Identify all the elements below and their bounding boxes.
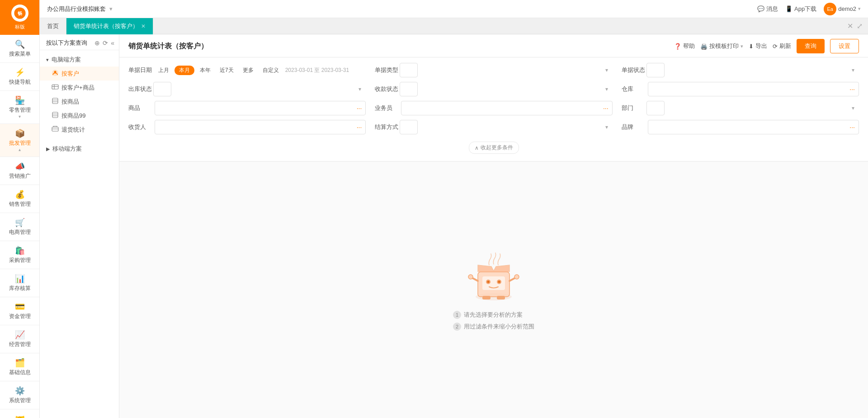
app-download-button[interactable]: 📱 App下载 [785, 5, 816, 13]
status-select[interactable] [646, 63, 665, 77]
logo-area: 畅 标版 [0, 0, 39, 35]
receipt-status-select[interactable] [400, 82, 418, 96]
sidebar-item-enterprise[interactable]: 🤝 企业协同 [0, 409, 39, 418]
wholesale-arrow-icon: ▴ [19, 147, 21, 152]
window-maximize-icon[interactable]: ⤢ [857, 22, 863, 30]
message-button[interactable]: 💬 消息 [757, 5, 778, 13]
salesperson-input[interactable] [401, 105, 599, 112]
out-status-label: 出库状态 [128, 85, 153, 93]
sub-sidebar-actions: ⊕ ⟳ « [94, 39, 114, 47]
sidebar-item-shortcut[interactable]: ⚡ 快捷导航 [0, 63, 39, 91]
scheme-item-return-stats[interactable]: 退货统计 [40, 123, 119, 137]
svg-point-22 [498, 280, 500, 283]
query-button[interactable]: 查询 [797, 39, 825, 53]
salesperson-field: 业务员 ··· [375, 101, 612, 115]
scheme-item-by-goods-99[interactable]: 按商品99 [40, 109, 119, 123]
svg-point-20 [487, 280, 490, 283]
refresh-scheme-icon[interactable]: ⟳ [103, 39, 108, 47]
type-select[interactable] [400, 63, 418, 77]
salesperson-input-wrap: ··· [401, 101, 612, 115]
sidebar-item-operations[interactable]: 📈 经营管理 [0, 325, 39, 353]
sidebar-item-finance[interactable]: 💳 资金管理 [0, 297, 39, 325]
scheme-group-mobile-header[interactable]: ▶ 移动端方案 [40, 142, 119, 156]
marketing-icon: 📣 [15, 162, 25, 171]
sidebar-item-ecommerce[interactable]: 🛒 电商管理 [0, 213, 39, 241]
tab-close-icon[interactable]: ✕ [141, 23, 146, 29]
salesperson-dots-icon[interactable]: ··· [599, 104, 612, 112]
settlement-select[interactable] [400, 120, 418, 134]
receipt-status-field: 收款状态 ▾ [375, 82, 612, 96]
mobile-expand-icon: ▶ [46, 146, 50, 152]
date-tabs: 上月 本月 本年 近7天 更多 自定义 [155, 66, 283, 75]
date-tab-last-7-days[interactable]: 近7天 [216, 66, 237, 75]
mobile-group-label: 移动端方案 [52, 145, 82, 153]
add-scheme-icon[interactable]: ⊕ [94, 39, 100, 47]
svg-rect-25 [482, 296, 491, 299]
sidebar-item-wholesale[interactable]: 📦 批发管理 ▴ [0, 124, 39, 157]
scheme-item-by-customer-goods[interactable]: 按客户+商品 [40, 81, 119, 95]
department-field: 部门 ▾ [622, 101, 859, 115]
date-label: 单据日期 [128, 66, 152, 74]
basic-icon: 🗂️ [15, 358, 25, 368]
scheme-group-desktop-header[interactable]: ▾ 电脑端方案 [40, 53, 119, 66]
type-field: 单据类型 ▾ [375, 63, 612, 77]
export-icon: ⬇ [749, 43, 754, 50]
shortcut-icon: ⚡ [15, 67, 25, 77]
type-arrow-icon: ▾ [605, 67, 608, 73]
date-tab-custom[interactable]: 自定义 [259, 66, 283, 75]
sidebar-item-system[interactable]: ⚙️ 系统管理 [0, 381, 39, 409]
date-tab-more[interactable]: 更多 [239, 66, 257, 75]
tab-home[interactable]: 首页 [40, 18, 66, 34]
recipient-field: 收货人 ··· [128, 120, 366, 134]
collapse-sidebar-icon[interactable]: « [111, 39, 114, 47]
refresh-icon: ⟳ [773, 43, 778, 50]
scheme-item-by-customer[interactable]: 按客户 [40, 66, 119, 81]
department-select[interactable] [646, 101, 665, 115]
sidebar-item-purchase[interactable]: 🛍️ 采购管理 [0, 241, 39, 269]
user-menu[interactable]: Ea demo2 ▾ [824, 3, 861, 15]
recipient-input[interactable] [155, 124, 353, 131]
user-arrow-icon: ▾ [858, 6, 861, 12]
help-button[interactable]: ❓ 帮助 [674, 42, 695, 50]
status-field: 单据状态 ▾ [622, 63, 859, 77]
sidebar-item-marketing[interactable]: 📣 营销推广 [0, 157, 39, 185]
operations-icon: 📈 [15, 330, 25, 340]
warehouse-input[interactable] [648, 86, 846, 93]
collapse-button[interactable]: ∧ 收起更多条件 [469, 142, 519, 154]
sidebar-item-sales[interactable]: 💰 销售管理 [0, 185, 39, 213]
date-tab-last-month[interactable]: 上月 [155, 66, 173, 75]
warehouse-label: 仓库 [622, 85, 644, 93]
tab-sales-stats[interactable]: 销货单统计表（按客户） ✕ [66, 18, 153, 34]
settlement-label: 结算方式 [375, 123, 400, 131]
window-close-icon[interactable]: ✕ [847, 22, 853, 30]
sidebar-item-basic[interactable]: 🗂️ 基础信息 [0, 353, 39, 381]
page-title: 销货单统计表（按客户） [128, 42, 208, 51]
scheme-item-by-goods[interactable]: 按商品 [40, 95, 119, 109]
date-tab-this-year[interactable]: 本年 [196, 66, 214, 75]
brand-input[interactable] [648, 124, 846, 131]
settings-button[interactable]: 设置 [830, 39, 859, 53]
message-icon: 💬 [757, 5, 764, 12]
status-label: 单据状态 [622, 66, 646, 74]
brand-dots-icon[interactable]: ··· [846, 124, 859, 131]
svg-rect-26 [497, 296, 505, 299]
recipient-dots-icon[interactable]: ··· [353, 124, 366, 131]
warehouse-dots-icon[interactable]: ··· [846, 86, 859, 93]
goods-input[interactable] [155, 105, 353, 112]
export-button[interactable]: ⬇ 导出 [749, 42, 767, 50]
refresh-button[interactable]: ⟳ 刷新 [773, 42, 791, 50]
date-tab-this-month[interactable]: 本月 [175, 66, 194, 75]
print-arrow-icon: ▾ [741, 43, 743, 49]
svg-point-24 [514, 275, 519, 279]
sidebar-item-search[interactable]: 🔍 搜索菜单 [0, 35, 39, 63]
out-status-select[interactable] [153, 82, 171, 96]
goods-label: 商品 [128, 104, 151, 112]
goods-dots-icon[interactable]: ··· [353, 104, 366, 112]
sidebar-item-inventory[interactable]: 📊 库存核算 [0, 269, 39, 297]
scheme-group-mobile: ▶ 移动端方案 [40, 139, 119, 158]
title-dropdown-icon[interactable]: ▾ [109, 5, 113, 12]
date-filter: 单据日期 上月 本月 本年 近7天 更多 自定义 2023-03-01 至 20… [128, 66, 366, 75]
sidebar-item-retail[interactable]: 🏪 零售管理 ▾ [0, 91, 39, 124]
template-print-button[interactable]: 🖨️ 按模板打印 ▾ [700, 42, 743, 50]
svg-point-23 [468, 275, 473, 279]
